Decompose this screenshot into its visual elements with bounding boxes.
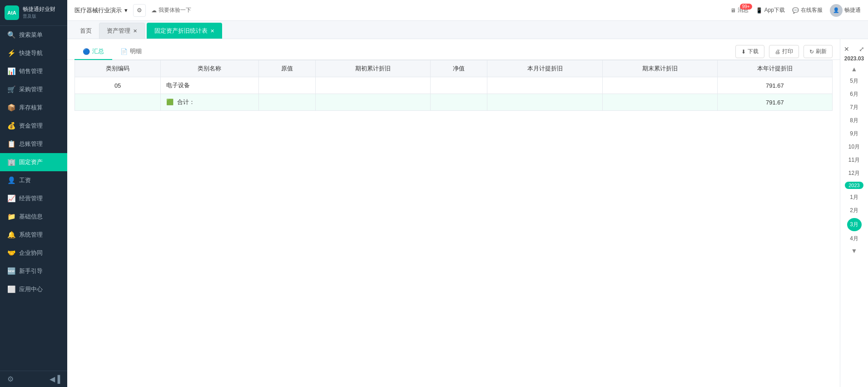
message-button[interactable]: 🖥 消息 99+ bbox=[730, 6, 749, 14]
experience-button[interactable]: ☁ 我要体验一下 bbox=[151, 6, 191, 14]
collapse-icon[interactable]: ◀▐ bbox=[50, 375, 60, 383]
sidebar: AtA 畅捷通好业财 普及版 🔍搜索菜单⚡快捷导航📊销售管理🛒采购管理📦库存核算… bbox=[0, 0, 67, 387]
message-badge: 99+ bbox=[740, 4, 752, 10]
refresh-button[interactable]: ↻ 刷新 bbox=[804, 45, 833, 58]
row-code: 05 bbox=[75, 77, 161, 94]
month-10[interactable]: 10月 bbox=[840, 140, 868, 154]
search-icon: 🔍 bbox=[7, 31, 15, 39]
month-8[interactable]: 8月 bbox=[840, 114, 868, 127]
detail-icon: 📄 bbox=[120, 48, 128, 55]
month-7[interactable]: 7月 bbox=[840, 101, 868, 114]
sidebar-item-salary[interactable]: 👤工资 bbox=[0, 171, 67, 189]
sidebar-label-capital: 资金管理 bbox=[19, 122, 43, 130]
sidebar-item-ledger[interactable]: 📋总账管理 bbox=[0, 135, 67, 153]
tab-asset-mgmt[interactable]: 资产管理 ✕ bbox=[99, 23, 145, 39]
row-annual: 791.67 bbox=[717, 77, 832, 94]
app-center-icon: ⬜ bbox=[7, 285, 15, 293]
company-selector[interactable]: 医疗器械行业演示 ▾ bbox=[74, 6, 128, 15]
content-area: 🔵 汇总 📄 明细 ⬇ 下载 🖨 打印 bbox=[67, 39, 868, 387]
col-end-accumulated: 期末累计折旧 bbox=[602, 60, 717, 77]
month-6[interactable]: 6月 bbox=[840, 88, 868, 101]
download-button[interactable]: ⬇ 下载 bbox=[735, 45, 764, 58]
sidebar-item-operations[interactable]: 📈经营管理 bbox=[0, 189, 67, 208]
panel-nav-down[interactable]: ▼ bbox=[840, 245, 868, 256]
sidebar-item-enterprise[interactable]: 🤝企业协同 bbox=[0, 244, 67, 262]
salary-icon: 👤 bbox=[7, 176, 15, 184]
settings-icon[interactable]: ⚙ bbox=[7, 375, 14, 383]
sidebar-label-system: 系统管理 bbox=[19, 231, 43, 239]
main-area: 医疗器械行业演示 ▾ ⚙ ☁ 我要体验一下 🖥 消息 99+ 📱 App下载 💬… bbox=[67, 0, 868, 387]
month-4[interactable]: 4月 bbox=[840, 232, 868, 245]
sidebar-label-fixed-assets: 固定资产 bbox=[19, 158, 43, 166]
sidebar-item-quick-nav[interactable]: ⚡快捷导航 bbox=[0, 44, 67, 62]
fixed-assets-icon: 🏢 bbox=[7, 158, 15, 166]
sidebar-item-system[interactable]: 🔔系统管理 bbox=[0, 226, 67, 244]
row-name: 电子设备 bbox=[161, 77, 258, 94]
col-accumulated: 期初累计折旧 bbox=[315, 60, 430, 77]
sidebar-item-search[interactable]: 🔍搜索菜单 bbox=[0, 26, 67, 44]
sidebar-item-basic-info[interactable]: 📁基础信息 bbox=[0, 208, 67, 226]
right-date-panel: ✕ ⤢ 2023.03 ▲ 5月 6月 7月 8月 9月 10月 11月 12月… bbox=[840, 39, 868, 387]
settings-button[interactable]: ⚙ bbox=[133, 4, 146, 17]
sidebar-item-app-center[interactable]: ⬜应用中心 bbox=[0, 280, 67, 298]
year-display: 2023.03 bbox=[840, 54, 868, 64]
capital-icon: 💰 bbox=[7, 122, 15, 130]
tab-depreciation[interactable]: 固定资产折旧统计表 ✕ bbox=[147, 23, 222, 39]
sidebar-item-fixed-assets[interactable]: 🏢固定资产 bbox=[0, 153, 67, 171]
panel-expand-button[interactable]: ⤢ bbox=[859, 45, 864, 53]
summary-row: 🟩 合计： 791.67 bbox=[75, 94, 833, 111]
sidebar-item-guide[interactable]: 🆕新手引导 bbox=[0, 262, 67, 280]
gear-icon: ⚙ bbox=[137, 7, 142, 14]
col-original: 原值 bbox=[258, 60, 315, 77]
month-9[interactable]: 9月 bbox=[840, 127, 868, 140]
sidebar-item-purchase[interactable]: 🛒采购管理 bbox=[0, 80, 67, 99]
summary-empty bbox=[75, 94, 161, 111]
sub-tab-detail[interactable]: 📄 明细 bbox=[112, 44, 150, 60]
app-download-button[interactable]: 📱 App下载 bbox=[756, 6, 785, 14]
toolbar: ⬇ 下载 🖨 打印 ↻ 刷新 bbox=[735, 45, 833, 58]
dropdown-icon: ▾ bbox=[124, 7, 128, 14]
sub-tab-summary[interactable]: 🔵 汇总 bbox=[74, 44, 112, 60]
tab-close-depreciation[interactable]: ✕ bbox=[210, 28, 214, 34]
month-2[interactable]: 2月 bbox=[840, 204, 868, 217]
tab-home[interactable]: 首页 bbox=[74, 23, 97, 39]
topbar: 医疗器械行业演示 ▾ ⚙ ☁ 我要体验一下 🖥 消息 99+ 📱 App下载 💬… bbox=[67, 0, 868, 21]
col-name: 类别名称 bbox=[161, 60, 258, 77]
panel-top-row: ✕ ⤢ bbox=[840, 43, 868, 54]
sidebar-item-sales[interactable]: 📊销售管理 bbox=[0, 62, 67, 80]
tab-close-asset[interactable]: ✕ bbox=[133, 28, 137, 34]
month-11[interactable]: 11月 bbox=[840, 154, 868, 167]
col-net: 净值 bbox=[431, 60, 487, 77]
print-button[interactable]: 🖨 打印 bbox=[769, 45, 799, 58]
app-logo: AtA 畅捷通好业财 普及版 bbox=[0, 0, 67, 26]
enterprise-icon: 🤝 bbox=[7, 249, 15, 257]
row-original bbox=[258, 77, 315, 94]
summary-icon: 🔵 bbox=[83, 48, 90, 55]
month-1[interactable]: 1月 bbox=[840, 191, 868, 204]
user-menu[interactable]: 👤 畅捷通 bbox=[830, 4, 861, 17]
row-net bbox=[431, 77, 487, 94]
basic-info-icon: 📁 bbox=[7, 213, 15, 221]
summary-label: 🟩 合计： bbox=[161, 94, 258, 111]
month-3-active[interactable]: 3月 bbox=[847, 218, 862, 231]
sub-tabs: 🔵 汇总 📄 明细 ⬇ 下载 🖨 打印 bbox=[67, 39, 840, 60]
app-name: 畅捷通好业财 bbox=[23, 6, 55, 13]
system-icon: 🔔 bbox=[7, 231, 15, 239]
year-2023-marker: 2023 bbox=[845, 182, 863, 189]
sidebar-item-capital[interactable]: 💰资金管理 bbox=[0, 117, 67, 135]
online-service-button[interactable]: 💬 在线客服 bbox=[792, 6, 823, 14]
app-edition: 普及版 bbox=[23, 13, 55, 20]
panel-close-button[interactable]: ✕ bbox=[844, 45, 849, 53]
sidebar-item-inventory[interactable]: 📦库存核算 bbox=[0, 99, 67, 117]
table-wrapper: 类别编码 类别名称 原值 期初累计折旧 净值 本月计提折旧 期末累计折旧 本年计… bbox=[67, 60, 840, 387]
row-accumulated bbox=[315, 77, 430, 94]
col-code: 类别编码 bbox=[75, 60, 161, 77]
quick-nav-icon: ⚡ bbox=[7, 49, 15, 57]
panel-nav-up[interactable]: ▲ bbox=[840, 64, 868, 74]
logo-icon: AtA bbox=[5, 5, 19, 20]
month-12[interactable]: 12月 bbox=[840, 167, 868, 180]
month-5[interactable]: 5月 bbox=[840, 74, 868, 88]
sales-icon: 📊 bbox=[7, 67, 15, 75]
sidebar-label-inventory: 库存核算 bbox=[19, 104, 43, 112]
sidebar-label-quick-nav: 快捷导航 bbox=[19, 49, 43, 57]
